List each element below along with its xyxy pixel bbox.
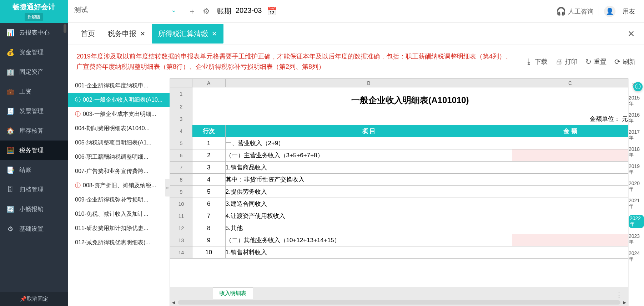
sheet-tab-more[interactable]: ⋮: [616, 291, 623, 299]
year-2023年[interactable]: 2023年: [629, 233, 644, 245]
form-list-item[interactable]: 012-减免所得税优惠明细表(...: [68, 235, 170, 250]
amount-cell[interactable]: [512, 234, 628, 246]
row-header[interactable]: 6: [170, 149, 192, 162]
project-cell[interactable]: 2.提供劳务收入: [225, 186, 512, 198]
project-cell[interactable]: 5.其他: [225, 222, 512, 234]
calendar-icon[interactable]: 📅: [267, 6, 277, 16]
tab-close-icon[interactable]: ✕: [140, 30, 145, 38]
project-cell[interactable]: （一）主营业务收入（3+5+6+7+8）: [225, 149, 512, 162]
row-header[interactable]: 11: [170, 210, 192, 222]
row-header[interactable]: 13: [170, 234, 192, 246]
nav-item-salary[interactable]: 💼工资: [0, 82, 68, 101]
refresh-button[interactable]: ⟳刷新: [614, 57, 635, 66]
download-button[interactable]: ⭳下载: [525, 57, 548, 66]
form-list-item[interactable]: 011-研发费用加计扣除优惠...: [68, 221, 170, 235]
form-list-item[interactable]: 004-期间费用明细表(A1040...: [68, 121, 170, 136]
form-list-item[interactable]: 005-纳税调整项目明细表(A1...: [68, 136, 170, 150]
add-button[interactable]: ＋: [187, 6, 197, 16]
form-list-item[interactable]: ⓘ003-一般企业成本支出明细...: [68, 107, 170, 121]
row-no-cell[interactable]: 3: [192, 162, 225, 174]
row-no-cell[interactable]: 1: [192, 137, 225, 149]
project-cell[interactable]: 一、营业收入（2+9）: [225, 137, 512, 149]
horizontal-scrollbar[interactable]: ◄ ►: [170, 299, 628, 306]
amount-cell[interactable]: [512, 137, 628, 149]
row-header[interactable]: 10: [170, 198, 192, 210]
collapse-sidebar-handle[interactable]: «: [165, 179, 170, 197]
row-no-cell[interactable]: 4: [192, 174, 225, 186]
row-no-cell[interactable]: 8: [192, 222, 225, 234]
row-no-cell[interactable]: 6: [192, 198, 225, 210]
row-header[interactable]: 1: [170, 87, 192, 100]
project-cell[interactable]: （二）其他业务收入（10+12+13+14+15）: [225, 234, 512, 246]
year-2024年[interactable]: 2024年: [629, 250, 644, 262]
tab-首页[interactable]: 首页: [74, 24, 101, 44]
nav-item-inventory[interactable]: 🏠库存核算: [0, 121, 68, 141]
tab-税务申报[interactable]: 税务申报✕: [101, 24, 152, 44]
amount-cell[interactable]: [512, 222, 628, 234]
nav-item-tax[interactable]: 🧮税务管理: [0, 141, 68, 160]
project-cell[interactable]: 1.销售材料收入: [225, 246, 512, 259]
sidebar-scrollbar[interactable]: [64, 24, 66, 33]
col-c[interactable]: C: [512, 79, 628, 87]
row-header[interactable]: 7: [170, 162, 192, 174]
year-2022年[interactable]: 2022年: [629, 215, 644, 228]
year-2019年[interactable]: 2019年: [629, 163, 644, 175]
tab-close-icon[interactable]: ✕: [212, 30, 217, 38]
nav-item-settings[interactable]: ⚙基础设置: [0, 219, 68, 239]
nav-item-wallet[interactable]: 💰资金管理: [0, 42, 68, 62]
gear-icon[interactable]: ⚙: [201, 6, 211, 16]
project-cell[interactable]: 1.销售商品收入: [225, 162, 512, 174]
row-header[interactable]: 4: [170, 125, 192, 137]
form-list-item[interactable]: 009-企业所得税弥补亏损明...: [68, 193, 170, 207]
form-list-item[interactable]: 006-职工薪酬纳税调整明细...: [68, 150, 170, 164]
select-all-corner[interactable]: [170, 79, 192, 87]
year-2021年[interactable]: 2021年: [629, 198, 644, 210]
form-list-item[interactable]: 001-企业所得税年度纳税申...: [68, 78, 170, 93]
row-header[interactable]: 14: [170, 246, 192, 259]
sheet-tab[interactable]: 收入明细表: [213, 287, 253, 299]
form-list-item[interactable]: ⓘ008-资产折旧、摊销及纳税...: [68, 178, 170, 193]
amount-cell[interactable]: [512, 210, 628, 222]
nav-item-closing[interactable]: 📑结账: [0, 160, 68, 180]
period-value[interactable]: 2023-03: [235, 6, 262, 17]
row-header[interactable]: 3: [170, 113, 192, 125]
project-cell[interactable]: 4.让渡资产使用权收入: [225, 210, 512, 222]
reset-button[interactable]: ↻重置: [585, 57, 607, 66]
row-no-cell[interactable]: 9: [192, 234, 225, 246]
year-2017年[interactable]: 2017年: [629, 129, 644, 141]
year-2018年[interactable]: 2018年: [629, 146, 644, 158]
col-b[interactable]: B: [225, 79, 512, 87]
amount-cell[interactable]: [512, 246, 628, 259]
form-list-item[interactable]: 010-免税、减计收入及加计...: [68, 207, 170, 221]
project-cell[interactable]: 3.建造合同收入: [225, 198, 512, 210]
form-list-item[interactable]: ⓘ002-一般企业收入明细表(A10...: [68, 93, 170, 107]
year-2016年[interactable]: 2016年: [629, 112, 644, 124]
scroll-right-icon[interactable]: ►: [621, 300, 628, 305]
row-no-cell[interactable]: 7: [192, 210, 225, 222]
tab-所得税汇算清缴[interactable]: 所得税汇算清缴✕: [152, 24, 223, 44]
amount-cell[interactable]: [512, 198, 628, 210]
col-a[interactable]: A: [192, 79, 225, 87]
year-2020年[interactable]: 2020年: [629, 180, 644, 193]
tenant-select[interactable]: 测试 ⌄: [74, 5, 178, 17]
row-header[interactable]: 2: [170, 100, 192, 113]
scroll-thumb[interactable]: [178, 300, 620, 305]
close-all-tabs-button[interactable]: ✕: [625, 26, 638, 42]
row-no-cell[interactable]: 10: [192, 246, 225, 259]
row-no-cell[interactable]: 5: [192, 186, 225, 198]
row-header[interactable]: 8: [170, 174, 192, 186]
row-no-cell[interactable]: 2: [192, 149, 225, 162]
nav-item-expense[interactable]: 🔄小畅报销: [0, 199, 68, 219]
nav-item-bar-chart[interactable]: 📊云报表中心: [0, 23, 68, 42]
row-header[interactable]: 12: [170, 222, 192, 234]
scroll-left-icon[interactable]: ◄: [170, 300, 177, 305]
unpin-sidebar-button[interactable]: 📌 取消固定: [0, 292, 68, 306]
project-cell[interactable]: 其中：非货币性资产交换收入: [225, 174, 512, 186]
amount-cell[interactable]: [512, 149, 628, 162]
help-floating-button[interactable]: ⓘ: [633, 82, 643, 91]
row-header[interactable]: 5: [170, 137, 192, 149]
nav-item-asset[interactable]: 🏢固定资产: [0, 62, 68, 82]
row-header[interactable]: 9: [170, 186, 192, 198]
print-button[interactable]: 🖨打印: [555, 57, 578, 66]
year-2015年[interactable]: 2015年: [629, 95, 644, 107]
